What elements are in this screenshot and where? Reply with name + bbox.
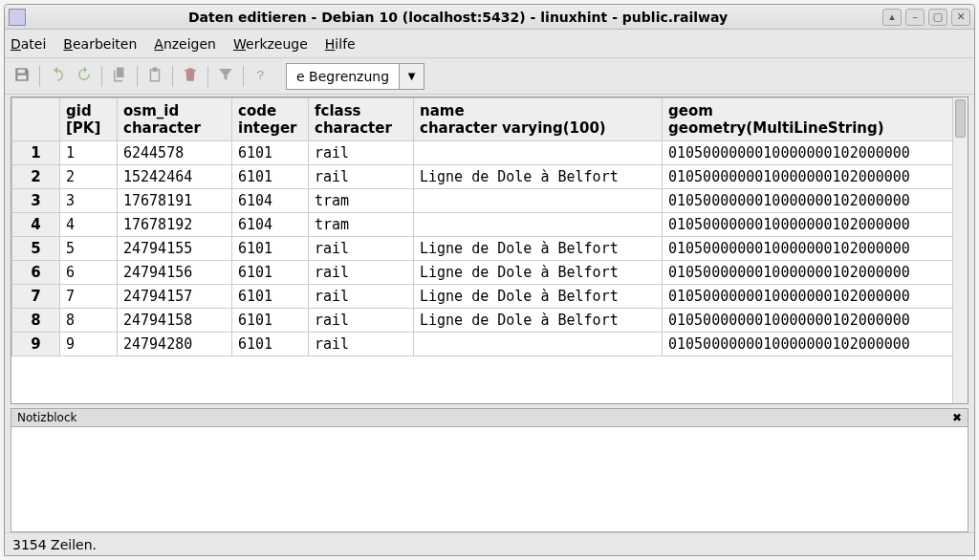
refresh-button[interactable] [73,65,96,88]
paste-button[interactable] [143,65,166,88]
header-name[interactable]: namecharacter varying(100) [414,98,663,141]
scratchpad-body[interactable] [11,427,968,532]
row-number[interactable]: 2 [12,165,60,189]
cell-geom[interactable]: 0105000000010000000102000000 [663,141,968,165]
scrollbar-thumb[interactable] [955,99,966,138]
menu-edit[interactable]: Bearbeiten [63,36,137,52]
cell-fclass[interactable]: rail [309,309,414,333]
cell-name[interactable]: Ligne de Dole à Belfort [414,261,663,285]
table-row[interactable]: 44176781926104tram0105000000010000000102… [12,213,968,237]
cell-name[interactable] [414,333,663,356]
cell-gid[interactable]: 8 [60,309,118,333]
table-row[interactable]: 55247941556101railLigne de Dole à Belfor… [12,237,968,261]
cell-osm-id[interactable]: 24794157 [118,285,232,309]
cell-name[interactable] [414,213,663,237]
cell-fclass[interactable]: tram [309,189,414,213]
cell-gid[interactable]: 9 [60,333,118,356]
cell-code[interactable]: 6101 [232,237,309,261]
cell-name[interactable] [414,141,663,165]
cell-osm-id[interactable]: 17678191 [118,189,232,213]
menu-tools[interactable]: Werkzeuge [233,36,308,52]
cell-osm-id[interactable]: 24794158 [118,309,232,333]
cell-gid[interactable]: 4 [60,213,118,237]
cell-code[interactable]: 6101 [232,333,309,356]
menu-file[interactable]: Datei [11,36,46,52]
row-number[interactable]: 8 [12,309,60,333]
table-row[interactable]: 99247942806101rail0105000000010000000102… [12,333,968,356]
cell-osm-id[interactable]: 24794155 [118,237,232,261]
save-button[interactable] [11,65,33,88]
delete-button[interactable] [179,65,202,88]
copy-button[interactable] [108,65,131,88]
table-row[interactable]: 1162445786101rail01050000000100000001020… [12,141,968,165]
help-button[interactable]: ? [250,65,272,88]
cell-code[interactable]: 6101 [232,309,309,333]
header-corner[interactable] [12,98,60,141]
cell-osm-id[interactable]: 17678192 [118,213,232,237]
minimize-button[interactable]: – [905,9,925,26]
row-number[interactable]: 3 [12,189,60,213]
cell-fclass[interactable]: rail [309,165,414,189]
cell-fclass[interactable]: rail [309,333,414,356]
table-row[interactable]: 88247941586101railLigne de Dole à Belfor… [12,309,968,333]
cell-fclass[interactable]: rail [309,237,414,261]
header-code[interactable]: codeinteger [232,98,309,141]
cell-name[interactable] [414,189,663,213]
cell-name[interactable]: Ligne de Dole à Belfort [414,309,663,333]
cell-osm-id[interactable]: 24794156 [118,261,232,285]
close-button[interactable]: ✕ [951,9,970,26]
cell-gid[interactable]: 6 [60,261,118,285]
header-geom[interactable]: geomgeometry(MultiLineString) [663,98,968,141]
cell-name[interactable]: Ligne de Dole à Belfort [414,285,663,309]
header-gid[interactable]: gid[PK] [60,98,118,141]
row-number[interactable]: 9 [12,333,60,356]
cell-fclass[interactable]: rail [309,141,414,165]
cell-osm-id[interactable]: 24794280 [118,333,232,356]
cell-gid[interactable]: 7 [60,285,118,309]
row-number[interactable]: 1 [12,141,60,165]
cell-geom[interactable]: 0105000000010000000102000000 [663,309,968,333]
table-row[interactable]: 66247941566101railLigne de Dole à Belfor… [12,261,968,285]
cell-osm-id[interactable]: 15242464 [118,165,232,189]
cell-gid[interactable]: 1 [60,141,118,165]
undo-button[interactable] [46,65,69,88]
cell-osm-id[interactable]: 6244578 [118,141,232,165]
cell-geom[interactable]: 0105000000010000000102000000 [663,285,968,309]
table-row[interactable]: 22152424646101railLigne de Dole à Belfor… [12,165,968,189]
cell-name[interactable]: Ligne de Dole à Belfort [414,165,663,189]
cell-gid[interactable]: 3 [60,189,118,213]
cell-gid[interactable]: 5 [60,237,118,261]
limit-combo-dropdown[interactable] [399,64,424,89]
row-number[interactable]: 6 [12,261,60,285]
vertical-scrollbar[interactable] [952,97,968,403]
cell-code[interactable]: 6104 [232,189,309,213]
cell-fclass[interactable]: rail [309,285,414,309]
maximize-button[interactable]: ▢ [928,9,947,26]
menu-help[interactable]: Hilfe [325,36,356,52]
cell-geom[interactable]: 0105000000010000000102000000 [663,333,968,356]
row-number[interactable]: 5 [12,237,60,261]
row-number[interactable]: 7 [12,285,60,309]
filter-button[interactable] [214,65,237,88]
cell-fclass[interactable]: rail [309,261,414,285]
cell-geom[interactable]: 0105000000010000000102000000 [663,237,968,261]
cell-code[interactable]: 6101 [232,141,309,165]
cell-geom[interactable]: 0105000000010000000102000000 [663,165,968,189]
cell-geom[interactable]: 0105000000010000000102000000 [663,261,968,285]
cell-code[interactable]: 6104 [232,213,309,237]
row-number[interactable]: 4 [12,213,60,237]
header-osm-id[interactable]: osm_idcharacter [118,98,232,141]
table-row[interactable]: 77247941576101railLigne de Dole à Belfor… [12,285,968,309]
window-shade-button[interactable]: ▴ [882,9,902,26]
cell-code[interactable]: 6101 [232,285,309,309]
cell-code[interactable]: 6101 [232,261,309,285]
header-fclass[interactable]: fclasscharacter [309,98,414,141]
scratchpad-close-button[interactable]: ✖ [952,411,962,424]
cell-geom[interactable]: 0105000000010000000102000000 [663,213,968,237]
menu-view[interactable]: Anzeigen [154,36,216,52]
cell-code[interactable]: 6101 [232,165,309,189]
cell-name[interactable]: Ligne de Dole à Belfort [414,237,663,261]
cell-gid[interactable]: 2 [60,165,118,189]
cell-fclass[interactable]: tram [309,213,414,237]
cell-geom[interactable]: 0105000000010000000102000000 [663,189,968,213]
